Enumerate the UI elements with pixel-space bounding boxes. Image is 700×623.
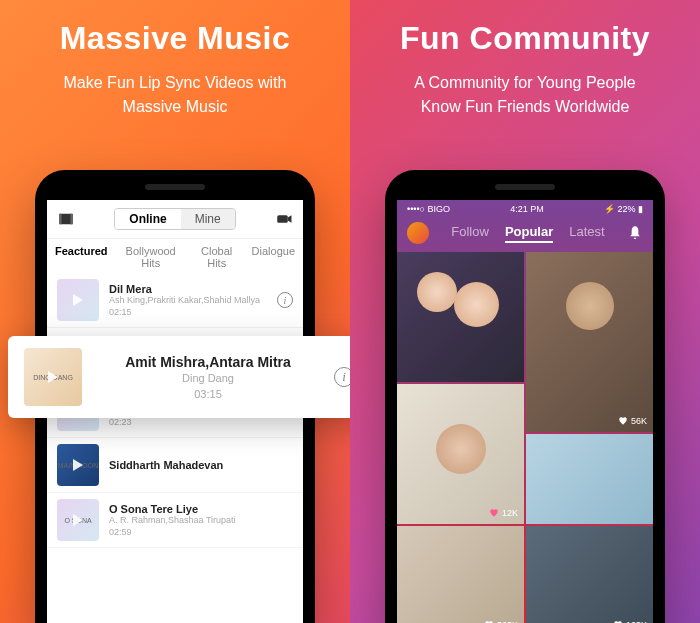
status-bar: ••••○ BIGO 4:21 PM ⚡ 22% ▮	[397, 200, 653, 218]
track-duration: 02:59	[109, 527, 293, 537]
person-face	[417, 272, 457, 312]
track-artist: A. R. Rahman,Shashaa Tirupati	[109, 515, 293, 525]
track-thumbnail: MAIN HOON	[57, 444, 99, 486]
track-meta: O Sona Tere Liye A. R. Rahman,Shashaa Ti…	[109, 503, 293, 537]
track-meta: Amit Mishra,Antara Mitra Ding Dang 03:15	[94, 354, 322, 400]
film-icon[interactable]	[57, 210, 75, 228]
track-title: Siddharth Mahadevan	[109, 459, 293, 471]
status-carrier: ••••○ BIGO	[407, 204, 450, 214]
top-bar: Online Mine	[47, 200, 303, 239]
app-screen-community: ••••○ BIGO 4:21 PM ⚡ 22% ▮ Follow Popula…	[397, 200, 653, 623]
info-icon[interactable]: i	[277, 292, 293, 308]
video-card[interactable]: 56K	[526, 252, 653, 432]
segment-control[interactable]: Online Mine	[114, 208, 235, 230]
tab-popular[interactable]: Popular	[505, 224, 553, 243]
track-artist: Ash King,Prakriti Kakar,Shahid Mallya	[109, 295, 267, 305]
status-battery: ⚡ 22% ▮	[604, 204, 643, 214]
track-duration: 02:23	[109, 417, 267, 427]
phone-mockup: ••••○ BIGO 4:21 PM ⚡ 22% ▮ Follow Popula…	[385, 170, 665, 623]
bell-icon[interactable]	[627, 225, 643, 241]
category-tabs: Feactured Bollywood Hits Clobal Hits Dia…	[47, 239, 303, 273]
person-face	[566, 282, 614, 330]
like-count: 56K	[618, 416, 647, 426]
video-card[interactable]: 12K	[397, 384, 524, 524]
track-thumbnail	[57, 279, 99, 321]
person-face	[436, 424, 486, 474]
track-artist: Ding Dang	[94, 372, 322, 384]
track-thumbnail: O SONA	[57, 499, 99, 541]
track-thumbnail: DING DANG	[24, 348, 82, 406]
header-bar: Follow Popular Latest	[397, 218, 653, 252]
phone-speaker	[495, 184, 555, 190]
subline: Make Fun Lip Sync Videos with Massive Mu…	[20, 71, 330, 119]
video-card[interactable]	[526, 434, 653, 524]
segment-mine[interactable]: Mine	[181, 209, 235, 229]
heart-icon	[618, 416, 628, 426]
avatar[interactable]	[407, 222, 429, 244]
video-card[interactable]: 325K	[397, 526, 524, 623]
track-meta: Siddharth Mahadevan	[109, 459, 293, 471]
status-time: 4:21 PM	[510, 204, 544, 214]
track-title: Amit Mishra,Antara Mitra	[94, 354, 322, 370]
tab-featured[interactable]: Feactured	[55, 245, 108, 269]
track-duration: 03:15	[94, 388, 322, 400]
subline: A Community for Young People Know Fun Fr…	[370, 71, 680, 119]
track-row[interactable]: Dil Mera Ash King,Prakriti Kakar,Shahid …	[47, 273, 303, 328]
like-count: 12K	[489, 508, 518, 518]
track-row[interactable]: O SONA O Sona Tere Liye A. R. Rahman,Sha…	[47, 493, 303, 548]
nav-tabs: Follow Popular Latest	[451, 224, 604, 243]
promo-panel-community: Fun Community A Community for Young Peop…	[350, 0, 700, 623]
tab-follow[interactable]: Follow	[451, 224, 489, 243]
heart-icon	[489, 508, 499, 518]
headline: Massive Music	[20, 20, 330, 57]
svg-rect-2	[71, 214, 73, 225]
video-card[interactable]	[397, 252, 524, 382]
tab-latest[interactable]: Latest	[569, 224, 604, 243]
track-meta: Dil Mera Ash King,Prakriti Kakar,Shahid …	[109, 283, 267, 317]
segment-online[interactable]: Online	[115, 209, 180, 229]
info-icon[interactable]: i	[334, 367, 350, 387]
tab-bollywood[interactable]: Bollywood Hits	[120, 245, 182, 269]
phone-speaker	[145, 184, 205, 190]
headline: Fun Community	[370, 20, 680, 57]
track-title: O Sona Tere Liye	[109, 503, 293, 515]
promo-panel-music: Massive Music Make Fun Lip Sync Videos w…	[0, 0, 350, 623]
track-row[interactable]: MAIN HOON Siddharth Mahadevan	[47, 438, 303, 493]
person-face	[454, 282, 499, 327]
video-card[interactable]: 125K	[526, 526, 653, 623]
track-title: Dil Mera	[109, 283, 267, 295]
svg-rect-3	[277, 215, 288, 223]
svg-rect-1	[59, 214, 61, 225]
tab-dialogue[interactable]: Dialogue	[252, 245, 295, 269]
track-row-highlighted[interactable]: DING DANG Amit Mishra,Antara Mitra Ding …	[8, 336, 350, 418]
tab-global[interactable]: Clobal Hits	[194, 245, 240, 269]
video-grid: 56K 12K 325K 125K	[397, 252, 653, 623]
camera-icon[interactable]	[275, 210, 293, 228]
track-duration: 02:15	[109, 307, 267, 317]
